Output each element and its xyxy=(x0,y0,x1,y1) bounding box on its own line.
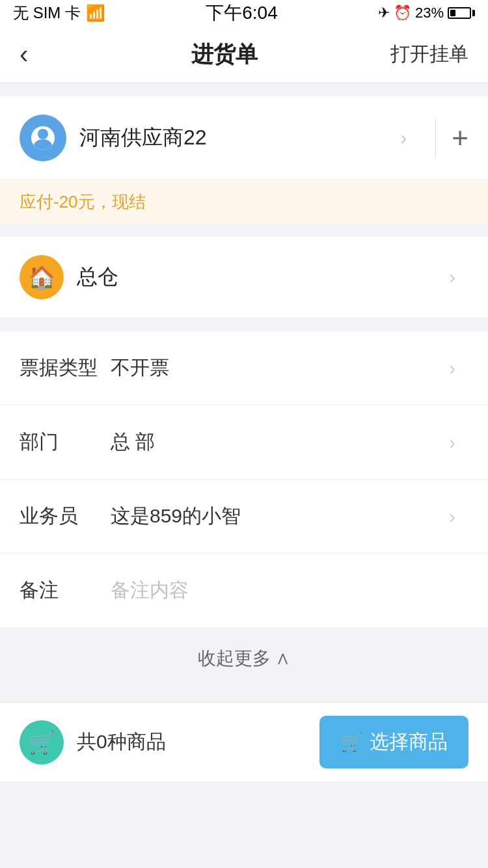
salesperson-row[interactable]: 业务员 这是859的小智 › xyxy=(0,480,488,554)
warehouse-name: 总仓 xyxy=(77,263,449,292)
salesperson-label: 业务员 xyxy=(20,503,111,530)
warehouse-icon-wrap: 🏠 xyxy=(20,255,64,299)
warehouse-chevron-icon: › xyxy=(449,266,455,288)
product-bar: 🛒 共0种商品 🛒 选择商品 xyxy=(0,702,488,781)
select-product-button[interactable]: 🛒 选择商品 xyxy=(319,716,468,768)
invoice-type-label: 票据类型 xyxy=(20,355,111,381)
page-wrapper: 无 SIM 卡 📶 下午6:04 ✈ ⏰ 23% ‹ 进货单 打开挂单 河南供应… xyxy=(0,0,488,868)
page-title: 进货单 xyxy=(191,40,258,70)
warehouse-icon: 🏠 xyxy=(28,264,55,290)
product-icon-wrap: 🛒 xyxy=(20,720,64,765)
warehouse-row[interactable]: 🏠 总仓 › xyxy=(0,237,488,318)
section-gap-3 xyxy=(0,318,488,331)
product-count: 共0种商品 xyxy=(77,729,319,755)
carrier-label: 无 SIM 卡 xyxy=(13,3,81,23)
salesperson-value: 这是859的小智 xyxy=(111,503,449,530)
status-bar-left: 无 SIM 卡 📶 xyxy=(13,3,105,23)
cart-icon: 🛒 xyxy=(28,729,55,755)
section-gap-1 xyxy=(0,83,488,96)
status-time: 下午6:04 xyxy=(206,1,278,25)
invoice-type-chevron: › xyxy=(449,357,455,379)
department-row[interactable]: 部门 总 部 › xyxy=(0,405,488,480)
warehouse-card: 🏠 总仓 › xyxy=(0,237,488,318)
location-icon: ✈ xyxy=(378,5,390,21)
avatar xyxy=(20,115,66,161)
open-pending-button[interactable]: 打开挂单 xyxy=(390,41,468,68)
select-product-label: 选择商品 xyxy=(370,729,448,755)
section-gap-2 xyxy=(0,224,488,237)
form-card: 票据类型 不开票 › 部门 总 部 › 业务员 这是859的小智 › 备注 备注… xyxy=(0,331,488,628)
remark-row[interactable]: 备注 备注内容 xyxy=(0,554,488,628)
supplier-name: 河南供应商22 xyxy=(79,124,400,152)
supplier-card: 河南供应商22 › + 应付-20元，现结 xyxy=(0,96,488,224)
avatar-person-icon xyxy=(31,126,55,150)
supplier-row[interactable]: 河南供应商22 › + xyxy=(0,96,488,180)
department-value: 总 部 xyxy=(111,429,449,455)
remark-label: 备注 xyxy=(20,577,111,604)
battery-icon xyxy=(448,7,475,19)
status-bar: 无 SIM 卡 📶 下午6:04 ✈ ⏰ 23% xyxy=(0,0,488,26)
notice-text: 应付-20元，现结 xyxy=(20,192,146,211)
invoice-type-value: 不开票 xyxy=(111,355,449,381)
collapse-button[interactable]: 收起更多 ∧ xyxy=(0,628,488,689)
department-chevron: › xyxy=(449,431,455,454)
salesperson-chevron: › xyxy=(449,506,455,528)
section-gap-4 xyxy=(0,689,488,702)
chevron-right-icon: › xyxy=(400,127,407,149)
select-product-icon: 🛒 xyxy=(340,731,363,753)
remark-placeholder: 备注内容 xyxy=(111,577,468,604)
department-label: 部门 xyxy=(20,429,111,455)
status-bar-right: ✈ ⏰ 23% xyxy=(378,5,475,21)
nav-bar: ‹ 进货单 打开挂单 xyxy=(0,26,488,83)
notice-bar: 应付-20元，现结 xyxy=(0,180,488,224)
bottom-filler xyxy=(0,781,488,868)
add-supplier-button[interactable]: + xyxy=(452,124,468,152)
alarm-icon: ⏰ xyxy=(394,5,411,21)
wifi-icon: 📶 xyxy=(86,4,105,22)
battery-percent: 23% xyxy=(415,5,444,21)
back-button[interactable]: ‹ xyxy=(20,40,59,69)
invoice-type-row[interactable]: 票据类型 不开票 › xyxy=(0,331,488,405)
vertical-divider xyxy=(435,118,436,157)
collapse-label: 收起更多 ∧ xyxy=(198,646,291,671)
